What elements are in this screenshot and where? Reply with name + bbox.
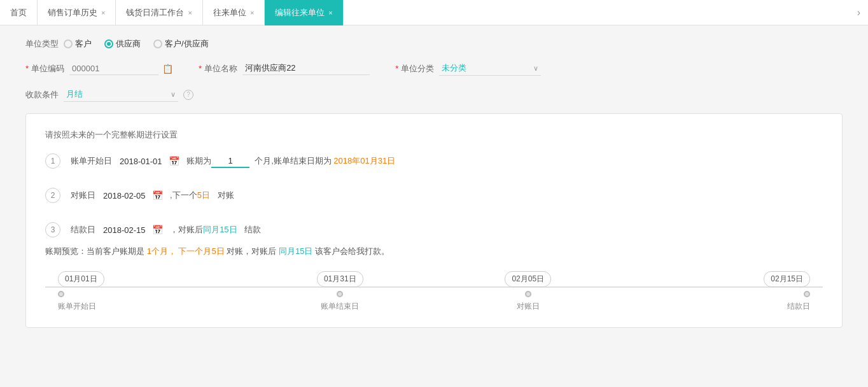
close-edit-partner-icon[interactable]: × [328,9,332,17]
timeline-dot-2 [337,291,343,297]
step-2-date: 2018-02-05 [103,191,146,201]
section-title: 请按照未来的一个完整帐期进行设置 [45,129,823,141]
unit-code-label: 单位编码 [31,63,64,74]
step-1-desc-prefix: 账期为 [185,155,212,167]
radio-customer[interactable]: 客户 [64,38,92,50]
radio-customer-label: 客户 [75,38,92,50]
preview-middle2: 对账，对账后 [227,246,279,256]
radio-both-label: 客户/供应商 [165,38,209,50]
tab-cash-work[interactable]: 钱货日清工作台 × [116,0,202,25]
timeline-dot-1 [58,291,64,297]
preview-text-wrap: 账期预览：当前客户账期是 1个月， 下一个月5日 对账，对账后 同月15日 该客… [45,244,823,258]
setting-row-2: 2 对账日 2018-02-05 📅 ,下一个 5日 对账 [45,188,823,203]
unit-name-group: * 单位名称 [199,62,370,75]
step-2-highlight: 5日 [197,190,210,201]
payment-label: 收款条件 [25,89,59,101]
tab-partner-units-label: 往来单位 [213,7,246,18]
unit-category-dropdown[interactable]: 未分类 ∨ [439,61,541,76]
radio-supplier-label: 供应商 [116,38,141,50]
radio-supplier[interactable]: 供应商 [104,38,141,50]
copy-icon[interactable]: 📋 [162,64,173,74]
category-dropdown-arrow-icon: ∨ [533,64,538,73]
step-2-label: 对账日 [71,190,95,201]
unit-category-label: 单位分类 [401,63,434,74]
timeline-point-2: 01月31日 账单结束日 [246,271,435,312]
setting-row-1: 1 账单开始日 2018-01-01 📅 账期为 个月,账单结束日期为 2018… [45,153,823,169]
category-required-star: * [395,64,398,73]
tab-edit-partner-label: 编辑往来单位 [275,7,325,18]
timeline-label-1: 账单开始日 [58,301,96,312]
tab-sales-history-label: 销售订单历史 [48,7,97,18]
step-number-1: 1 [45,153,60,169]
name-required-star: * [199,64,202,73]
timeline-label-2: 账单结束日 [321,301,359,312]
step-number-2: 2 [45,188,60,203]
timeline-container: 01月01日 账单开始日 01月31日 账单结束日 02月05日 对账日 02月… [45,271,823,312]
close-partner-units-icon[interactable]: × [250,9,254,17]
period-input[interactable] [211,155,249,168]
timeline-point-1: 01月01日 账单开始日 [58,271,246,312]
tab-scroll-arrow[interactable]: › [850,7,868,18]
timeline-badge-3: 02月05日 [505,271,551,287]
page-content: 单位类型 客户 供应商 客户/供应商 * 单位编码 📋 * 单位名称 [0,25,868,351]
step-1-calendar-icon[interactable]: 📅 [169,156,179,166]
tab-sales-history[interactable]: 销售订单历史 × [38,0,116,25]
tab-edit-partner[interactable]: 编辑往来单位 × [265,0,343,25]
radio-customer-circle [64,39,73,48]
close-sales-history-icon[interactable]: × [101,9,105,17]
unit-name-input[interactable] [242,62,370,75]
payment-dropdown-arrow-icon: ∨ [171,90,176,99]
unit-code-group: * 单位编码 📋 [25,62,173,75]
unit-code-input[interactable] [69,62,158,75]
payment-row: 收款条件 月结 ∨ ? [25,87,843,102]
radio-supplier-circle [104,39,113,48]
radio-both[interactable]: 客户/供应商 [153,38,209,50]
unit-name-label: 单位名称 [204,63,237,74]
step-3-calendar-icon[interactable]: 📅 [152,225,163,235]
payment-dropdown[interactable]: 月结 ∨ [64,87,178,102]
step-3-date: 2018-02-15 [103,225,146,235]
preview-period: 1个月， [147,246,176,256]
timeline-badge-1: 01月01日 [58,271,104,287]
timeline-point-4: 02月15日 结款日 [622,271,811,312]
code-required-star: * [25,64,29,73]
close-cash-work-icon[interactable]: × [188,9,192,17]
payment-help-icon[interactable]: ? [183,90,193,100]
radio-both-circle [153,39,162,48]
preview-end: 同月15日 [279,246,312,256]
tab-partner-units[interactable]: 往来单位 × [203,0,265,25]
settings-section: 请按照未来的一个完整帐期进行设置 1 账单开始日 2018-01-01 📅 账期… [25,113,843,328]
code-name-category-row: * 单位编码 📋 * 单位名称 * 单位分类 未分类 ∨ [25,61,843,76]
step-1-end-date: 2018年01月31日 [332,155,395,167]
step-2-desc-suffix: 对账 [215,190,234,201]
step-1-date: 2018-01-01 [120,157,162,166]
unit-type-row: 单位类型 客户 供应商 客户/供应商 [25,38,843,50]
step-3-desc-suffix: 结款 [242,224,262,236]
step-1-label: 账单开始日 [71,155,112,167]
preview-tail: 该客户会给我打款。 [315,246,389,256]
timeline-badge-2: 01月31日 [317,271,363,287]
unit-type-label: 单位类型 [25,38,59,50]
step-2-desc: ,下一个 [168,190,197,201]
step-2-calendar-icon[interactable]: 📅 [152,190,163,201]
timeline-badge-4: 02月15日 [764,271,810,287]
timeline-points: 01月01日 账单开始日 01月31日 账单结束日 02月05日 对账日 02月… [58,271,810,312]
preview-prefix: 账期预览：当前客户账期是 [45,246,147,256]
tab-home[interactable]: 首页 [0,0,38,25]
timeline-dot-4 [804,291,810,297]
unit-category-group: * 单位分类 未分类 ∨ [395,61,541,76]
step-3-highlight: 同月15日 [203,224,237,236]
unit-category-value: 未分类 [442,62,531,74]
step-number-3: 3 [45,222,60,237]
timeline-point-3: 02月05日 对账日 [434,271,622,312]
timeline-dot-3 [525,291,531,297]
preview-middle: 下一个月5日 [178,246,224,256]
tab-cash-work-label: 钱货日清工作台 [126,7,184,18]
payment-value: 月结 [66,88,168,100]
tab-home-label: 首页 [10,7,27,18]
step-3-label: 结款日 [71,224,95,236]
step-3-desc-prefix: ，对账后 [168,224,204,236]
step-1-desc-suffix: 个月,账单结束日期为 [255,155,332,167]
unit-type-radio-group: 客户 供应商 客户/供应商 [64,38,209,50]
timeline-label-4: 结款日 [787,301,810,312]
